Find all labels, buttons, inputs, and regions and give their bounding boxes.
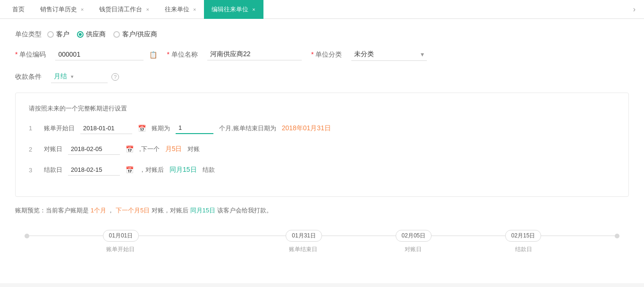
period-unit-1: 个月,账单结束日期为 [219,124,276,133]
unit-type-radio-group: 客户 供应商 客户/供应商 [47,30,157,39]
settle-label-3: 结款日 [44,166,62,174]
close-sales-history[interactable]: × [81,7,84,12]
period-input-1[interactable] [176,122,213,134]
node-bubble-2: 01月31日 [286,230,322,242]
timeline-node-4: 02月15日 [505,230,542,242]
timeline-labels: 账单开始日 账单结束日 对账日 结款日 [25,245,619,253]
dropdown-chevron-icon: ▾ [71,74,74,80]
settle-row-1: 1 账单开始日 📅 账期为 个月,账单结束日期为 2018年01月31日 [29,122,615,134]
timeline-end-dot [615,234,619,238]
settle-num-1: 1 [29,125,38,132]
close-partner-units[interactable]: × [193,7,196,12]
preview-middle1: ， [108,207,114,214]
timeline-label-3: 对账日 [405,245,422,253]
tab-bar: 首页 销售订单历史 × 钱货日清工作台 × 往来单位 × 编辑往来单位 × › [0,0,644,19]
settle-suffix-2b: 对账 [187,145,200,153]
node-bubble-4: 02月15日 [505,230,542,242]
preview-prefix: 账期预览：当前客户账期是 [15,207,89,214]
unit-category-select[interactable]: 未分类 ▾ [351,48,427,61]
timeline-node-2: 01月31日 [286,230,322,242]
unit-code-field: 单位编码 📋 [15,49,157,60]
settlement-instruction: 请按照未来的一个完整帐期进行设置 [29,104,615,113]
timeline-node-3: 02月05日 [396,230,432,242]
radio-circle-supplier [77,31,84,38]
calendar-icon-1[interactable]: 📅 [138,125,146,132]
timeline-container: 01月01日 01月31日 02月05日 02月15日 [15,226,629,253]
timeline-line-2 [139,236,286,236]
preview-suffix: 该客户会给我打款。 [217,207,272,214]
radio-label-both: 客户/供应商 [122,30,157,39]
timeline-line-5 [541,236,615,236]
more-tabs-button[interactable]: › [629,5,639,14]
copy-icon[interactable]: 📋 [149,51,157,59]
tab-cash-ledger[interactable]: 钱货日清工作台 × [92,0,157,19]
settlement-box: 请按照未来的一个完整帐期进行设置 1 账单开始日 📅 账期为 个月,账单结束日期… [15,93,629,197]
preview-section: 账期预览：当前客户账期是 1个月 ， 下一个月5日 对账，对账后 同月15日 该… [15,206,629,215]
timeline-track: 01月01日 01月31日 02月05日 02月15日 [25,226,619,245]
settle-highlight-2: 月5日 [165,145,182,153]
calendar-icon-3[interactable]: 📅 [126,166,134,174]
help-icon[interactable]: ? [111,73,119,81]
unit-name-label: 单位名称 [167,51,197,59]
unit-type-row: 单位类型 客户 供应商 客户/供应商 [15,30,629,39]
main-content: 单位类型 客户 供应商 客户/供应商 单位编码 📋 单位名称 [0,19,644,283]
timeline-line-3 [322,236,396,236]
payment-term-row: 收款条件 月结 ▾ ? [15,70,629,83]
timeline-line-1 [29,236,103,236]
tab-partner-units[interactable]: 往来单位 × [157,0,204,19]
payment-term-value: 月结 [54,72,67,81]
settle-highlight-3: 同月15日 [169,166,197,174]
timeline-line-4 [432,236,505,236]
settle-date-2[interactable] [68,144,120,155]
radio-label-customer: 客户 [56,30,69,39]
close-edit-partner[interactable]: × [252,7,255,12]
settle-suffix-3a: ，对账后 [139,166,164,174]
close-cash-ledger[interactable]: × [146,7,149,12]
settle-suffix-3b: 结款 [203,166,215,174]
unit-name-input[interactable] [207,49,302,60]
calendar-icon-2[interactable]: 📅 [126,145,134,153]
period-label-1: 账期为 [152,124,170,133]
tab-home[interactable]: 首页 [5,0,33,19]
preview-highlight3: 同月15日 [190,207,215,214]
chevron-down-icon: ▾ [421,51,424,58]
settle-num-2: 2 [29,146,38,153]
timeline-label-2: 账单结束日 [289,245,317,253]
unit-type-label: 单位类型 [15,30,42,39]
basic-info-row: 单位编码 📋 单位名称 单位分类 未分类 ▾ [15,48,629,61]
payment-term-label: 收款条件 [15,73,42,81]
radio-customer[interactable]: 客户 [47,30,69,39]
preview-highlight1: 1个月 [91,207,106,214]
preview-middle2: 对账，对账后 [152,207,188,214]
unit-code-input[interactable] [55,49,144,60]
tab-edit-partner[interactable]: 编辑往来单位 × [204,0,263,19]
timeline-label-1: 账单开始日 [106,245,135,253]
unit-category-value: 未分类 [354,50,374,59]
radio-label-supplier: 供应商 [86,30,106,39]
payment-term-btn[interactable]: 月结 ▾ [51,70,108,83]
unit-category-label: 单位分类 [311,51,342,59]
settle-suffix-2a: ,下一个 [139,145,160,153]
radio-circle-both [113,31,120,38]
timeline-label-4: 结款日 [515,245,532,253]
settle-date-1[interactable] [80,123,132,134]
radio-circle-customer [47,31,54,38]
settle-date-3[interactable] [68,164,120,176]
node-bubble-1: 01月01日 [103,230,139,242]
settle-label-1: 账单开始日 [44,124,75,133]
tab-sales-history[interactable]: 销售订单历史 × [33,0,92,19]
payment-term-dropdown[interactable]: 月结 ▾ [51,70,108,83]
unit-name-field: 单位名称 [167,49,301,60]
node-bubble-3: 02月05日 [396,230,432,242]
radio-both[interactable]: 客户/供应商 [113,30,157,39]
unit-code-label: 单位编码 [15,51,46,59]
period-end-highlight-1: 2018年01月31日 [282,124,331,133]
settle-row-2: 2 对账日 📅 ,下一个 月5日 对账 [29,144,615,155]
settle-num-3: 3 [29,167,38,174]
payment-term-field: 收款条件 月结 ▾ ? [15,70,119,83]
timeline-node-1: 01月01日 [103,230,139,242]
unit-category-field: 单位分类 未分类 ▾ [311,48,427,61]
settle-label-2: 对账日 [44,145,62,153]
preview-highlight2: 下一个月5日 [116,207,150,214]
radio-supplier[interactable]: 供应商 [77,30,106,39]
